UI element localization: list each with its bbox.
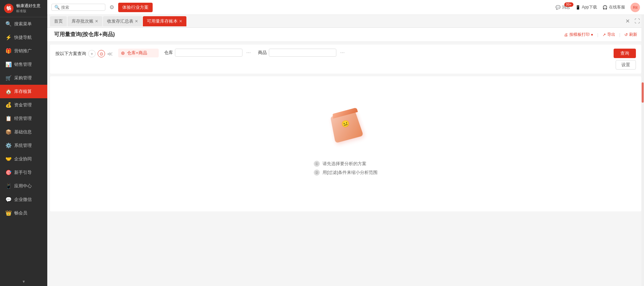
empty-hints: ① 请先选择要分析的方案 ② 用[过滤]条件来缩小分析范围 xyxy=(314,161,378,176)
close-tab-icon[interactable]: ✕ xyxy=(624,17,631,25)
sidebar-item-apps[interactable]: 📱 应用中心 xyxy=(0,179,47,193)
sidebar-item-label-purchase: 采购管理 xyxy=(14,75,32,81)
sidebar-item-sales[interactable]: 📊 销售管理 xyxy=(0,58,47,71)
product-more-button[interactable]: ··· xyxy=(338,49,346,57)
sidebar-item-icon-sales: 📊 xyxy=(5,61,11,68)
empty-illustration: 😐 xyxy=(326,112,366,153)
tab-available-ledger[interactable]: 可用量库存账本✕ xyxy=(143,16,186,26)
sidebar-item-shortcut[interactable]: ⚡ 快捷导航 xyxy=(0,31,47,44)
warehouse-input[interactable] xyxy=(175,49,242,57)
filter-scheme-list: ⊛ 仓库+商品 xyxy=(118,49,159,57)
sidebar-item-inventory[interactable]: 🏠 库存核算 xyxy=(0,85,47,98)
industry-solution-button[interactable]: 体验行业方案 xyxy=(118,3,153,12)
topbar-right-area: 💬 消息 99+ 📱 App下载 🎧 在线客服 Rit xyxy=(556,3,640,12)
sidebar-item-vip[interactable]: 👑 畅会员 xyxy=(0,206,47,220)
page-header-actions: 🖨 按模板打印 ▾ | ↗ 导出 | ↺ 刷新 xyxy=(564,32,637,37)
export-label: 导出 xyxy=(607,32,615,37)
sidebar-item-purchase[interactable]: 🛒 采购管理 xyxy=(0,71,47,85)
sidebar-scroll-down[interactable]: ▾ xyxy=(0,277,47,286)
refresh-label: 刷新 xyxy=(629,32,637,37)
sidebar-item-label-inventory: 库存核算 xyxy=(14,88,32,95)
maximize-icon[interactable]: ⛶ xyxy=(633,18,641,25)
hint-num-2: ② xyxy=(314,170,320,176)
sidebar-item-label-cooperation: 企业协同 xyxy=(14,156,32,162)
hint-text-2: 用[过滤]条件来缩小分析范围 xyxy=(323,170,378,176)
filter-label: 按以下方案查询 xyxy=(55,51,86,57)
query-button[interactable]: 查询 xyxy=(614,49,636,58)
messages-badge: 99+ xyxy=(564,2,573,7)
refresh-button[interactable]: ↺ 刷新 xyxy=(624,32,637,37)
right-scrollbar[interactable] xyxy=(641,15,644,286)
sidebar-item-cooperation[interactable]: 🤝 企业协同 xyxy=(0,152,47,166)
page-title: 可用量查询(按仓库+商品) xyxy=(54,31,115,38)
export-button[interactable]: ↗ 导出 xyxy=(602,32,615,37)
topbar: 🔍 ⚙ 体验行业方案 💬 消息 99+ 📱 App下载 🎧 在线客服 Rit xyxy=(47,0,644,15)
warehouse-field-group: 仓库 ··· xyxy=(164,49,253,57)
app-download-button[interactable]: 📱 App下载 xyxy=(575,4,597,10)
warehouse-field-label: 仓库 xyxy=(164,50,173,56)
product-field-label: 商品 xyxy=(258,50,267,56)
sidebar-item-guide[interactable]: 🎯 新手引导 xyxy=(0,166,47,179)
tab-close-batch-account[interactable]: ✕ xyxy=(95,19,98,24)
export-icon: ↗ xyxy=(602,32,606,37)
collapse-button[interactable]: ≪ xyxy=(107,51,113,57)
sidebar-version: 标准版 xyxy=(16,9,41,14)
topbar-search-box[interactable]: 🔍 xyxy=(51,4,105,11)
headset-icon: 🎧 xyxy=(602,5,608,10)
sidebar-item-icon-vip: 👑 xyxy=(5,210,11,216)
sidebar-item-icon-shortcut: ⚡ xyxy=(5,34,11,41)
settings-scheme-button[interactable]: ⊙ xyxy=(98,50,105,57)
empty-box-face: 😐 xyxy=(335,115,357,133)
phone-icon: 📱 xyxy=(575,5,581,10)
print-template-button[interactable]: 🖨 按模板打印 ▾ xyxy=(564,32,593,37)
refresh-icon: ↺ xyxy=(624,32,628,37)
sidebar-item-label-funds: 资金管理 xyxy=(14,102,32,108)
sidebar-item-label-apps: 应用中心 xyxy=(14,183,32,189)
page-header: 可用量查询(按仓库+商品) 🖨 按模板打印 ▾ | ↗ 导出 | ↺ 刷新 xyxy=(47,28,644,42)
app-download-label: App下载 xyxy=(582,4,597,10)
filter-actions: 查询 设置 xyxy=(614,49,636,70)
search-input[interactable] xyxy=(61,5,102,10)
sidebar-item-icon-funds: 💰 xyxy=(5,102,11,108)
sidebar-item-icon-inventory: 🏠 xyxy=(5,88,11,95)
sidebar-item-search[interactable]: 🔍 搜索菜单 xyxy=(0,17,47,31)
sidebar-item-funds[interactable]: 💰 资金管理 xyxy=(0,98,47,112)
sidebar: 畅 畅康通好生意 标准版 🔍 搜索菜单 ⚡ 快捷导航 🎁 营销推广 📊 销售管理… xyxy=(0,0,47,286)
print-label: 按模板打印 xyxy=(569,32,590,37)
tab-label-inventory-summary: 收发存汇总表 xyxy=(107,18,133,24)
content-area: 可用量查询(按仓库+商品) 🖨 按模板打印 ▾ | ↗ 导出 | ↺ 刷新 xyxy=(47,28,644,286)
tab-inventory-summary[interactable]: 收发存汇总表✕ xyxy=(103,16,142,26)
messages-button[interactable]: 💬 消息 99+ xyxy=(556,4,570,10)
user-avatar[interactable]: Rit xyxy=(630,3,640,12)
sidebar-item-system[interactable]: ⚙️ 系统管理 xyxy=(0,139,47,152)
sidebar-item-icon-purchase: 🛒 xyxy=(5,75,11,81)
sidebar-item-wechat[interactable]: 💬 企业微信 xyxy=(0,193,47,206)
sidebar-item-marketing[interactable]: 🎁 营销推广 xyxy=(0,44,47,58)
sidebar-item-label-system: 系统管理 xyxy=(14,142,32,149)
product-input[interactable] xyxy=(269,49,336,57)
tab-batch-account[interactable]: 库存批次账✕ xyxy=(68,16,102,26)
add-scheme-button[interactable]: + xyxy=(88,50,96,57)
online-service-button[interactable]: 🎧 在线客服 xyxy=(602,4,625,10)
tab-close-available-ledger[interactable]: ✕ xyxy=(179,19,182,24)
topbar-gear-icon[interactable]: ⚙ xyxy=(108,3,115,12)
divider1: | xyxy=(597,32,598,37)
warehouse-more-button[interactable]: ··· xyxy=(244,49,253,57)
search-icon: 🔍 xyxy=(54,5,60,10)
sidebar-item-label-vip: 畅会员 xyxy=(14,210,27,216)
sidebar-item-operation[interactable]: 📋 经营管理 xyxy=(0,112,47,125)
sidebar-item-label-sales: 销售管理 xyxy=(14,61,32,68)
sidebar-item-basic[interactable]: 📦 基础信息 xyxy=(0,125,47,139)
tab-close-inventory-summary[interactable]: ✕ xyxy=(135,19,138,24)
sidebar-item-label-operation: 经营管理 xyxy=(14,115,32,122)
sidebar-item-icon-operation: 📋 xyxy=(5,115,11,122)
empty-hint-2: ② 用[过滤]条件来缩小分析范围 xyxy=(314,170,378,176)
sidebar-item-label-shortcut: 快捷导航 xyxy=(14,34,32,41)
scheme-warehouse-product[interactable]: ⊛ 仓库+商品 xyxy=(118,49,159,57)
scheme-icon: ⊛ xyxy=(121,50,125,56)
column-settings-button[interactable]: 设置 xyxy=(616,60,636,70)
empty-hint-1: ① 请先选择要分析的方案 xyxy=(314,161,366,167)
product-field-group: 商品 ··· xyxy=(258,49,346,57)
print-icon: 🖨 xyxy=(564,32,568,37)
tab-home[interactable]: 首页 xyxy=(50,16,67,26)
